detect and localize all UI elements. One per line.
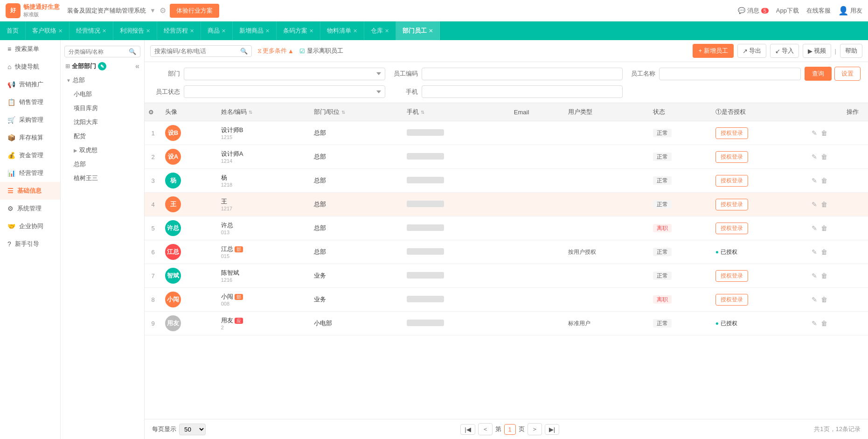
auth-button[interactable]: 授权登录 <box>715 151 748 163</box>
td-authorized[interactable]: 授权登录 <box>712 288 808 312</box>
edit-icon[interactable]: ✎ <box>812 320 817 327</box>
sidebar-item-sales[interactable]: 📋 销售管理 <box>0 93 60 111</box>
auth-button[interactable]: 授权登录 <box>715 223 748 234</box>
td-authorized[interactable]: 授权登录 <box>712 145 808 169</box>
delete-icon[interactable]: 🗑 <box>821 272 827 279</box>
edit-icon[interactable]: ✎ <box>812 153 817 160</box>
search-input[interactable] <box>154 48 238 55</box>
sidebar-item-marketing[interactable]: 📢 营销推广 <box>0 76 60 93</box>
delete-icon[interactable]: 🗑 <box>821 129 827 137</box>
edit-icon[interactable]: ✎ <box>812 248 817 256</box>
export-button[interactable]: ↗ 导出 <box>737 44 766 58</box>
per-page-select[interactable]: 50 100 <box>179 424 206 435</box>
status-filter-select[interactable] <box>184 85 385 98</box>
delete-icon[interactable]: 🗑 <box>821 296 827 303</box>
dept-node-总部[interactable]: 总部 <box>68 157 144 171</box>
sidebar-item-finance[interactable]: 💰 资金管理 <box>0 146 60 164</box>
dept-node-小电部[interactable]: 小电部 <box>68 87 144 101</box>
auth-button[interactable]: 授权登录 <box>715 270 748 282</box>
nav-tab-close[interactable]: ✕ <box>222 28 226 34</box>
video-button[interactable]: ▶ 视频 <box>803 44 831 58</box>
nav-tab-部门员工[interactable]: 部门员工✕ <box>396 21 440 40</box>
nav-tab-经营情况[interactable]: 经营情况✕ <box>69 21 113 40</box>
nav-tab-close[interactable]: ✕ <box>265 28 270 34</box>
dropdown-icon[interactable]: ▼ <box>150 7 156 14</box>
collapse-tree-btn[interactable]: « <box>135 62 139 70</box>
show-resigned-wrap[interactable]: ☑ 显示离职员工 <box>299 47 343 55</box>
dept-node-项目库房[interactable]: 项目库房 <box>68 101 144 115</box>
nav-tab-close[interactable]: ✕ <box>385 28 389 34</box>
nav-tab-条码方案[interactable]: 条码方案✕ <box>277 21 320 40</box>
notification-area[interactable]: 💬 消息 5 <box>738 7 769 15</box>
search-input-wrap[interactable]: 🔍 <box>150 45 252 57</box>
td-authorized[interactable]: ●已授权 <box>712 240 808 264</box>
delete-icon[interactable]: 🗑 <box>821 153 827 160</box>
user-avatar[interactable]: 👤 用友 <box>838 6 862 16</box>
sidebar-item-purchase[interactable]: 🛒 采购管理 <box>0 111 60 129</box>
nav-tab-商品[interactable]: 商品✕ <box>201 21 233 40</box>
more-conditions-btn[interactable]: ⧖ 更多条件 ▲ <box>257 47 294 55</box>
dept-node-配货[interactable]: 配货 <box>68 129 144 143</box>
empname-filter-input[interactable] <box>659 68 801 80</box>
dept-edit-icon[interactable]: ✎ <box>98 62 106 70</box>
td-authorized[interactable]: 授权登录 <box>712 216 808 240</box>
nav-tab-新增商品[interactable]: 新增商品✕ <box>233 21 277 40</box>
add-employee-button[interactable]: + 新增员工 <box>693 44 733 58</box>
sidebar-item-cooperation[interactable]: 🤝 企业协同 <box>0 217 60 235</box>
auth-button[interactable]: 授权登录 <box>715 175 748 187</box>
sidebar-item-inventory[interactable]: 📦 库存核算 <box>0 129 60 146</box>
td-authorized[interactable]: 授权登录 <box>712 121 808 145</box>
delete-icon[interactable]: 🗑 <box>821 320 827 327</box>
nav-tab-close[interactable]: ✕ <box>146 28 150 34</box>
delete-icon[interactable]: 🗑 <box>821 224 827 232</box>
sidebar-item-basic[interactable]: ☰ 基础信息 <box>0 182 60 200</box>
dept-filter-select[interactable] <box>184 68 385 80</box>
settings-icon[interactable]: ⚙ <box>160 6 166 15</box>
query-button[interactable]: 查询 <box>805 67 832 81</box>
first-page-btn[interactable]: |◀ <box>460 424 475 435</box>
nav-tab-close[interactable]: ✕ <box>429 28 433 34</box>
dept-node-植树王三[interactable]: 植树王三 <box>68 171 144 185</box>
nav-tab-物料清单[interactable]: 物料清单✕ <box>320 21 364 40</box>
delete-icon[interactable]: 🗑 <box>821 177 827 184</box>
edit-icon[interactable]: ✎ <box>812 177 817 184</box>
td-authorized[interactable]: ●已授权 <box>712 312 808 335</box>
sidebar-item-quicknav[interactable]: ⌂ 快捷导航 <box>0 58 60 76</box>
edit-icon[interactable]: ✎ <box>812 272 817 279</box>
auth-button[interactable]: 授权登录 <box>715 199 748 210</box>
td-authorized[interactable]: 授权登录 <box>712 193 808 216</box>
nav-tab-close[interactable]: ✕ <box>102 28 106 34</box>
dept-search-wrap[interactable]: 🔍 <box>64 46 140 57</box>
dept-all-item[interactable]: ⊞ 全部部门 ✎ « <box>61 59 144 73</box>
dept-node-沈阳大库[interactable]: 沈阳大库 <box>68 115 144 129</box>
phone-filter-input[interactable] <box>422 85 623 98</box>
sidebar-item-operations[interactable]: 📊 经营管理 <box>0 164 60 182</box>
edit-icon[interactable]: ✎ <box>812 296 817 303</box>
sidebar-item-search[interactable]: ≡ 搜索菜单 <box>0 40 60 58</box>
nav-tab-经营历程[interactable]: 经营历程✕ <box>157 21 201 40</box>
td-authorized[interactable]: 授权登录 <box>712 169 808 193</box>
app-download[interactable]: App下载 <box>776 7 799 15</box>
delete-icon[interactable]: 🗑 <box>821 248 827 256</box>
td-authorized[interactable]: 授权登录 <box>712 264 808 288</box>
delete-icon[interactable]: 🗑 <box>821 201 827 208</box>
table-settings-icon[interactable]: ⚙ <box>148 109 154 116</box>
dept-node-总部[interactable]: ▼ 总部 <box>61 73 144 87</box>
dept-search-input[interactable] <box>69 49 129 55</box>
setting-button[interactable]: 设置 <box>834 67 861 81</box>
sidebar-item-guide[interactable]: ? 新手引导 <box>0 235 60 253</box>
nav-tab-close[interactable]: ✕ <box>353 28 357 34</box>
edit-icon[interactable]: ✎ <box>812 224 817 232</box>
auth-button[interactable]: 授权登录 <box>715 294 748 306</box>
import-button[interactable]: ↙ 导入 <box>770 44 799 58</box>
nav-tab-close[interactable]: ✕ <box>58 28 62 34</box>
dept-node-双虎想[interactable]: ▶ 双虎想 <box>68 143 144 157</box>
nav-tab-close[interactable]: ✕ <box>309 28 313 34</box>
trial-button[interactable]: 体验行业方案 <box>170 4 219 18</box>
sidebar-item-system[interactable]: ⚙ 系统管理 <box>0 200 60 217</box>
edit-icon[interactable]: ✎ <box>812 129 817 137</box>
online-service[interactable]: 在线客服 <box>806 7 831 15</box>
empcode-filter-input[interactable] <box>422 68 623 80</box>
prev-page-btn[interactable]: ＜ <box>478 423 493 435</box>
last-page-btn[interactable]: ▶| <box>545 424 559 435</box>
